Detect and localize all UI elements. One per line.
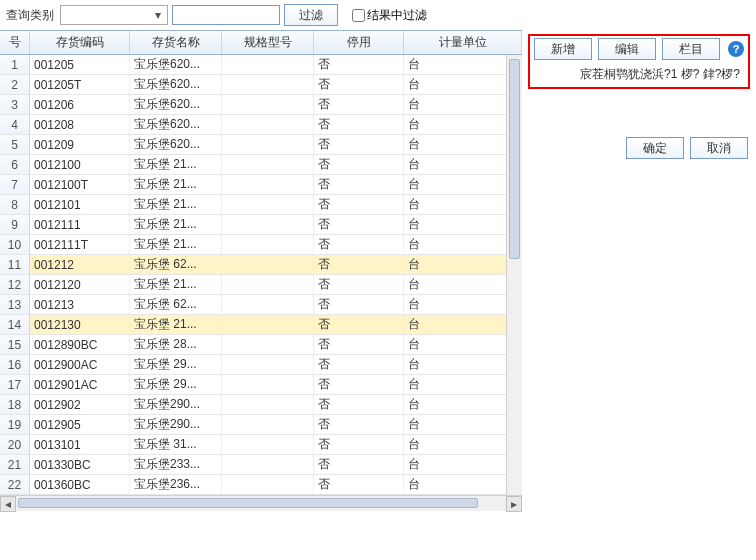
table-row[interactable]: 22001360BC宝乐堡236...否台: [0, 475, 522, 495]
th-code[interactable]: 存货编码: [30, 31, 130, 54]
cell-stop: 否: [314, 335, 404, 354]
table-row[interactable]: 3001206宝乐堡620...否台: [0, 95, 522, 115]
cell-unit: 台: [404, 335, 522, 354]
table-row[interactable]: 13001213宝乐堡 62...否台: [0, 295, 522, 315]
cell-stop: 否: [314, 75, 404, 94]
cell-stop: 否: [314, 95, 404, 114]
table-row[interactable]: 90012111宝乐堡 21...否台: [0, 215, 522, 235]
cell-unit: 台: [404, 95, 522, 114]
table-row[interactable]: 4001208宝乐堡620...否台: [0, 115, 522, 135]
column-button[interactable]: 栏目: [662, 38, 720, 60]
cell-stop: 否: [314, 395, 404, 414]
table-row[interactable]: 180012902宝乐堡290...否台: [0, 395, 522, 415]
scroll-right-icon[interactable]: ▸: [506, 496, 522, 512]
inventory-table: 号 存货编码 存货名称 规格型号 停用 计量单位 1001205宝乐堡620..…: [0, 30, 522, 511]
table-row[interactable]: 60012100宝乐堡 21...否台: [0, 155, 522, 175]
cell-code: 0012111T: [30, 235, 130, 254]
cell-code: 0012905: [30, 415, 130, 434]
cell-code: 0012900AC: [30, 355, 130, 374]
cell-name: 宝乐堡620...: [130, 135, 222, 154]
cell-code: 0012902: [30, 395, 130, 414]
cell-unit: 台: [404, 375, 522, 394]
cell-spec: [222, 215, 314, 234]
cell-idx: 4: [0, 115, 30, 134]
filter-category-dropdown[interactable]: ▾: [60, 5, 168, 25]
table-row[interactable]: 80012101宝乐堡 21...否台: [0, 195, 522, 215]
filter-search-input[interactable]: [172, 5, 280, 25]
cell-unit: 台: [404, 415, 522, 434]
cell-spec: [222, 355, 314, 374]
horizontal-scrollbar-track[interactable]: [16, 496, 506, 512]
table-row[interactable]: 200013101宝乐堡 31...否台: [0, 435, 522, 455]
cell-stop: 否: [314, 215, 404, 234]
cell-unit: 台: [404, 255, 522, 274]
cell-idx: 21: [0, 455, 30, 474]
table-row[interactable]: 150012890BC宝乐堡 28...否台: [0, 335, 522, 355]
help-icon[interactable]: ?: [728, 41, 744, 57]
cell-idx: 11: [0, 255, 30, 274]
cell-idx: 3: [0, 95, 30, 114]
th-spec[interactable]: 规格型号: [222, 31, 314, 54]
vertical-scrollbar-thumb[interactable]: [509, 59, 520, 259]
cell-idx: 12: [0, 275, 30, 294]
cell-spec: [222, 195, 314, 214]
cell-spec: [222, 435, 314, 454]
cell-stop: 否: [314, 375, 404, 394]
cell-code: 001213: [30, 295, 130, 314]
filter-in-results-checkbox-wrap[interactable]: 结果中过滤: [352, 7, 427, 24]
cell-code: 0012111: [30, 215, 130, 234]
cancel-button[interactable]: 取消: [690, 137, 748, 159]
cell-unit: 台: [404, 395, 522, 414]
cell-idx: 19: [0, 415, 30, 434]
cell-unit: 台: [404, 295, 522, 314]
cell-unit: 台: [404, 235, 522, 254]
th-index[interactable]: 号: [0, 31, 30, 54]
horizontal-scrollbar[interactable]: ◂ ▸: [0, 495, 522, 511]
vertical-scrollbar[interactable]: [506, 55, 522, 495]
th-disabled[interactable]: 停用: [314, 31, 404, 54]
horizontal-scrollbar-thumb[interactable]: [18, 498, 478, 508]
table-row[interactable]: 190012905宝乐堡290...否台: [0, 415, 522, 435]
cell-unit: 台: [404, 275, 522, 294]
new-button[interactable]: 新增: [534, 38, 592, 60]
table-row[interactable]: 100012111T宝乐堡 21...否台: [0, 235, 522, 255]
filter-in-results-checkbox[interactable]: [352, 9, 365, 22]
table-row[interactable]: 160012900AC宝乐堡 29...否台: [0, 355, 522, 375]
cell-code: 0013101: [30, 435, 130, 454]
cell-idx: 6: [0, 155, 30, 174]
table-row[interactable]: 170012901AC宝乐堡 29...否台: [0, 375, 522, 395]
edit-button[interactable]: 编辑: [598, 38, 656, 60]
th-unit[interactable]: 计量单位: [404, 31, 522, 54]
th-name[interactable]: 存货名称: [130, 31, 222, 54]
cell-idx: 13: [0, 295, 30, 314]
cell-spec: [222, 135, 314, 154]
filter-button[interactable]: 过滤: [284, 4, 338, 26]
table-row[interactable]: 70012100T宝乐堡 21...否台: [0, 175, 522, 195]
scroll-left-icon[interactable]: ◂: [0, 496, 16, 512]
cell-name: 宝乐堡290...: [130, 415, 222, 434]
cell-spec: [222, 315, 314, 334]
table-row[interactable]: 1001205宝乐堡620...否台: [0, 55, 522, 75]
ok-button[interactable]: 确定: [626, 137, 684, 159]
cell-code: 001206: [30, 95, 130, 114]
cell-spec: [222, 275, 314, 294]
table-header-row: 号 存货编码 存货名称 规格型号 停用 计量单位: [0, 31, 522, 55]
table-row[interactable]: 21001330BC宝乐堡233...否台: [0, 455, 522, 475]
cell-stop: 否: [314, 195, 404, 214]
cell-unit: 台: [404, 215, 522, 234]
filter-category-label: 查询类别: [6, 7, 54, 24]
cell-stop: 否: [314, 55, 404, 74]
table-row[interactable]: 2001205T宝乐堡620...否台: [0, 75, 522, 95]
table-row[interactable]: 11001212宝乐堡 62...否台: [0, 255, 522, 275]
cell-idx: 22: [0, 475, 30, 494]
cell-idx: 8: [0, 195, 30, 214]
cell-unit: 台: [404, 435, 522, 454]
table-row[interactable]: 5001209宝乐堡620...否台: [0, 135, 522, 155]
cell-unit: 台: [404, 55, 522, 74]
cell-name: 宝乐堡620...: [130, 95, 222, 114]
cell-spec: [222, 95, 314, 114]
table-row[interactable]: 120012120宝乐堡 21...否台: [0, 275, 522, 295]
cell-name: 宝乐堡 28...: [130, 335, 222, 354]
cell-spec: [222, 375, 314, 394]
table-row[interactable]: 140012130宝乐堡 21...否台: [0, 315, 522, 335]
